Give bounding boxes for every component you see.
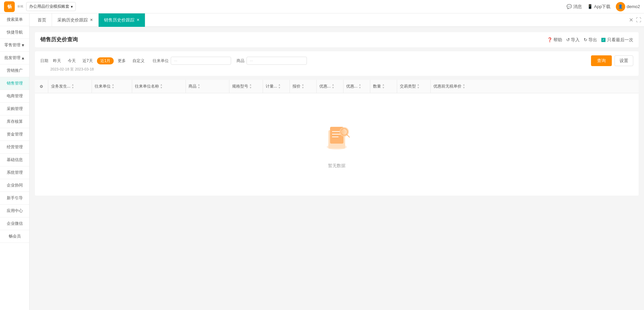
tab-sales-history[interactable]: 销售历史价跟踪 ✕ (99, 13, 145, 27)
data-table: ⚙ 业务发生... ▲ ▼ 往来单位 ▲ ▼ (35, 80, 639, 196)
tab-purchase-history[interactable]: 采购历史价跟踪 ✕ (52, 13, 99, 27)
settings-gear-icon: ⚙ (40, 84, 43, 89)
th-price[interactable]: 报价 ▲ ▼ (290, 80, 317, 93)
top-bar: 畅 标账 办公用品行业模拟账套 ▾ 💬 消息 📱 App下载 👤 demo2 (0, 0, 644, 13)
sidebar-item-shortcut[interactable]: 快捷导航 (0, 26, 29, 39)
tab-sales-close-icon[interactable]: ✕ (137, 18, 140, 22)
top-bar-left: 畅 标账 办公用品行业模拟账套 ▾ (4, 1, 76, 12)
sidebar-item-finance[interactable]: 资金管理 (0, 128, 29, 141)
th-notax-price[interactable]: 优惠前无税单价 ▲ ▼ (431, 80, 639, 93)
th-discount1-label: 优惠... (319, 84, 331, 89)
app-download-label: App下载 (594, 4, 610, 10)
content-area: 首页 采购历史价跟踪 ✕ 销售历史价跟踪 ✕ ✕ ⛶ 销售历史价查询 (30, 13, 644, 310)
th-unit-name-label: 往来单位名称 (135, 84, 159, 89)
th-spec-label: 规格型号 (232, 84, 248, 89)
main-layout: 搜索菜单 快捷导航 零售管理 ▼ 批发管理 ▲ 营销推广 销售管理 电商管理 采… (0, 13, 644, 310)
sidebar-item-inventory[interactable]: 库存核算 (0, 115, 29, 128)
th-date-label: 业务发生... (51, 84, 70, 89)
search-bar: 日期 昨天 今天 近7天 近1月 更多 自定义 往来单位 (35, 51, 639, 76)
import-icon: ↺ (566, 37, 570, 42)
search-row-1: 日期 昨天 今天 近7天 近1月 更多 自定义 往来单位 (40, 55, 633, 66)
shortcut-label: 快捷导航 (7, 30, 23, 35)
wholesale-label: 批发管理 (4, 55, 20, 61)
tab-home-label: 首页 (38, 17, 46, 23)
sort-price-icon: ▲ ▼ (302, 84, 304, 89)
sidebar-item-sales[interactable]: 销售管理 (0, 77, 29, 90)
partner-field: 往来单位 ··· (153, 57, 231, 65)
help-btn[interactable]: ❓ 帮助 (547, 37, 562, 43)
th-unit-name[interactable]: 往来单位名称 ▲ ▼ (132, 80, 186, 93)
sort-discount1-icon: ▲ ▼ (332, 84, 334, 89)
member-label: 畅会员 (9, 234, 21, 239)
export-btn[interactable]: ↻ 导出 (584, 37, 597, 43)
th-trade-type[interactable]: 交易类型 ▲ ▼ (397, 80, 431, 93)
apps-label: 应用中心 (7, 208, 23, 213)
sidebar-item-member[interactable]: 畅会员 (0, 230, 29, 243)
sort-notax-icon: ▲ ▼ (463, 84, 465, 89)
sidebar-item-wholesale[interactable]: 批发管理 ▲ (0, 52, 29, 64)
sort-unit-icon: ▲ ▼ (278, 84, 281, 89)
sidebar-item-wechat[interactable]: 企业微信 (0, 217, 29, 230)
date-filter: 昨天 今天 近7天 近1月 更多 自定义 (50, 57, 147, 64)
close-window-btn[interactable]: ✕ (629, 17, 633, 23)
help-icon: ❓ (547, 37, 552, 42)
app-download-btn[interactable]: 📱 App下载 (587, 4, 610, 10)
retail-arrow-icon: ▼ (21, 43, 25, 48)
logo-subtitle: 标账 (17, 5, 23, 8)
tab-purchase-close-icon[interactable]: ✕ (90, 18, 93, 22)
th-qty[interactable]: 数量 ▲ ▼ (370, 80, 397, 93)
last-only-checkbox[interactable]: ✓ 只看最后一次 (601, 37, 633, 43)
sidebar-item-basic[interactable]: 基础信息 (0, 154, 29, 166)
empty-illustration (320, 120, 354, 160)
import-btn[interactable]: ↺ 导入 (566, 37, 580, 43)
sort-trade-icon: ▲ ▼ (417, 84, 420, 89)
sidebar-item-retail[interactable]: 零售管理 ▼ (0, 39, 29, 52)
wholesale-arrow-icon: ▲ (21, 56, 25, 60)
goods-input[interactable]: ··· (247, 57, 307, 65)
sidebar-item-system[interactable]: 系统管理 (0, 166, 29, 179)
th-spec[interactable]: 规格型号 ▲ ▼ (229, 80, 263, 93)
page-title: 销售历史价查询 (40, 36, 78, 43)
date-custom-btn[interactable]: 自定义 (130, 57, 147, 64)
cooperation-label: 企业协同 (7, 183, 23, 188)
page-header-actions: ❓ 帮助 ↺ 导入 ↻ 导出 ✓ 只看最后一次 (547, 37, 633, 43)
sidebar-item-marketing[interactable]: 营销推广 (0, 64, 29, 77)
logo-subtitle-wrap: 标账 (17, 5, 23, 8)
avatar: 👤 (616, 2, 625, 11)
inventory-label: 库存核算 (7, 119, 23, 124)
finance-label: 资金管理 (7, 132, 23, 137)
th-unit[interactable]: 计量... ▲ ▼ (263, 80, 290, 93)
sidebar-item-guide[interactable]: 新手引导 (0, 192, 29, 205)
logo-char: 畅 (7, 4, 12, 10)
date-yesterday-btn[interactable]: 昨天 (50, 57, 64, 64)
sort-goods-icon: ▲ ▼ (198, 84, 200, 89)
settings-btn[interactable]: 设置 (614, 55, 633, 66)
app-selector[interactable]: 办公用品行业模拟账套 ▾ (26, 2, 76, 11)
th-discount1[interactable]: 优惠... ▲ ▼ (317, 80, 343, 93)
sidebar-item-purchase[interactable]: 采购管理 (0, 103, 29, 115)
sidebar-item-cooperation[interactable]: 企业协同 (0, 179, 29, 192)
th-date[interactable]: 业务发生... ▲ ▼ (48, 80, 92, 93)
message-btn[interactable]: 💬 消息 (567, 4, 582, 10)
operation-label: 经营管理 (7, 145, 23, 149)
query-btn[interactable]: 查询 (591, 55, 612, 66)
sidebar-item-search-menu[interactable]: 搜索菜单 (0, 13, 29, 26)
date-today-btn[interactable]: 今天 (65, 57, 78, 64)
th-unit-code[interactable]: 往来单位 ▲ ▼ (92, 80, 132, 93)
user-avatar-btn[interactable]: 👤 demo2 (616, 2, 640, 11)
th-settings[interactable]: ⚙ (35, 80, 48, 93)
sidebar-item-operation[interactable]: 经营管理 (0, 141, 29, 154)
th-goods[interactable]: 商品 ▲ ▼ (186, 80, 229, 93)
tab-purchase-label: 采购历史价跟踪 (57, 17, 88, 23)
th-discount2[interactable]: 优惠... ▲ ▼ (343, 80, 370, 93)
maximize-btn[interactable]: ⛶ (636, 17, 641, 23)
date-more-btn[interactable]: 更多 (115, 57, 128, 64)
sidebar-item-apps[interactable]: 应用中心 (0, 205, 29, 217)
th-qty-label: 数量 (373, 84, 381, 89)
tab-home[interactable]: 首页 (32, 13, 52, 27)
sidebar-item-ecommerce[interactable]: 电商管理 (0, 90, 29, 103)
date-7days-btn[interactable]: 近7天 (80, 57, 96, 64)
partner-input[interactable]: ··· (171, 57, 231, 65)
date-1month-btn[interactable]: 近1月 (97, 57, 114, 64)
message-label: 消息 (573, 4, 582, 10)
